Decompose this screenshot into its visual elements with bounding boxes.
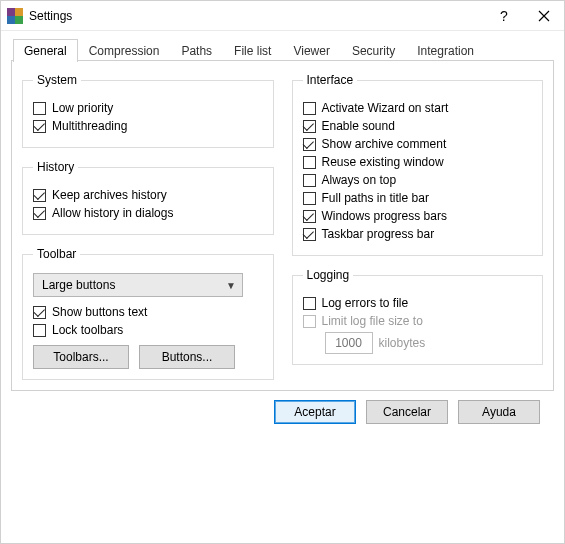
checkbox-low-priority[interactable] <box>33 102 46 115</box>
tabpage-general: System Low priority Multithreading Histo… <box>11 60 554 391</box>
label-reuse-window: Reuse existing window <box>322 155 444 169</box>
group-system-label: System <box>33 73 81 87</box>
tab-viewer[interactable]: Viewer <box>282 39 340 62</box>
checkbox-windows-progress[interactable] <box>303 210 316 223</box>
label-enable-sound: Enable sound <box>322 119 395 133</box>
checkbox-allow-history-dialogs[interactable] <box>33 207 46 220</box>
right-column: Interface Activate Wizard on start Enabl… <box>292 73 544 380</box>
group-interface-label: Interface <box>303 73 358 87</box>
label-show-buttons-text: Show buttons text <box>52 305 147 319</box>
log-size-input: 1000 <box>325 332 373 354</box>
label-windows-progress: Windows progress bars <box>322 209 447 223</box>
checkbox-activate-wizard[interactable] <box>303 102 316 115</box>
help-button[interactable]: ? <box>484 1 524 31</box>
checkbox-always-on-top[interactable] <box>303 174 316 187</box>
titlebar: Settings ? <box>1 1 564 31</box>
label-keep-history: Keep archives history <box>52 188 167 202</box>
left-column: System Low priority Multithreading Histo… <box>22 73 274 380</box>
group-interface: Interface Activate Wizard on start Enabl… <box>292 73 544 256</box>
app-icon <box>7 8 23 24</box>
close-icon <box>538 10 550 22</box>
help-footer-button[interactable]: Ayuda <box>458 400 540 424</box>
dialog-footer: Aceptar Cancelar Ayuda <box>11 391 554 433</box>
checkbox-taskbar-progress[interactable] <box>303 228 316 241</box>
group-system: System Low priority Multithreading <box>22 73 274 148</box>
checkbox-full-paths-titlebar[interactable] <box>303 192 316 205</box>
label-allow-history-dialogs: Allow history in dialogs <box>52 206 173 220</box>
checkbox-enable-sound[interactable] <box>303 120 316 133</box>
tab-general[interactable]: General <box>13 39 78 62</box>
label-taskbar-progress: Taskbar progress bar <box>322 227 435 241</box>
toolbars-button[interactable]: Toolbars... <box>33 345 129 369</box>
label-full-paths-titlebar: Full paths in title bar <box>322 191 429 205</box>
tabstrip: General Compression Paths File list View… <box>13 37 554 61</box>
checkbox-log-errors[interactable] <box>303 297 316 310</box>
cancel-button[interactable]: Cancelar <box>366 400 448 424</box>
close-button[interactable] <box>524 1 564 31</box>
chevron-down-icon: ▼ <box>226 280 236 291</box>
checkbox-show-archive-comment[interactable] <box>303 138 316 151</box>
tab-filelist[interactable]: File list <box>223 39 282 62</box>
tab-integration[interactable]: Integration <box>406 39 485 62</box>
label-low-priority: Low priority <box>52 101 113 115</box>
label-show-archive-comment: Show archive comment <box>322 137 447 151</box>
tab-paths[interactable]: Paths <box>170 39 223 62</box>
label-activate-wizard: Activate Wizard on start <box>322 101 449 115</box>
group-logging-label: Logging <box>303 268 354 282</box>
buttons-button[interactable]: Buttons... <box>139 345 235 369</box>
label-multithreading: Multithreading <box>52 119 127 133</box>
checkbox-show-buttons-text[interactable] <box>33 306 46 319</box>
group-toolbar: Toolbar Large buttons ▼ Show buttons tex… <box>22 247 274 380</box>
label-log-errors: Log errors to file <box>322 296 409 310</box>
toolbar-size-combo[interactable]: Large buttons ▼ <box>33 273 243 297</box>
client-area: General Compression Paths File list View… <box>1 31 564 543</box>
group-toolbar-label: Toolbar <box>33 247 80 261</box>
settings-window: Settings ? General Compression Paths Fil… <box>0 0 565 544</box>
group-history: History Keep archives history Allow hist… <box>22 160 274 235</box>
label-lock-toolbars: Lock toolbars <box>52 323 123 337</box>
tab-security[interactable]: Security <box>341 39 406 62</box>
group-history-label: History <box>33 160 78 174</box>
log-size-unit: kilobytes <box>379 336 426 350</box>
ok-button[interactable]: Aceptar <box>274 400 356 424</box>
label-always-on-top: Always on top <box>322 173 397 187</box>
label-limit-log-size: Limit log file size to <box>322 314 423 328</box>
tab-compression[interactable]: Compression <box>78 39 171 62</box>
group-logging: Logging Log errors to file Limit log fil… <box>292 268 544 365</box>
checkbox-limit-log-size <box>303 315 316 328</box>
checkbox-multithreading[interactable] <box>33 120 46 133</box>
toolbar-size-value: Large buttons <box>42 278 115 292</box>
checkbox-lock-toolbars[interactable] <box>33 324 46 337</box>
checkbox-keep-history[interactable] <box>33 189 46 202</box>
window-title: Settings <box>29 9 72 23</box>
checkbox-reuse-window[interactable] <box>303 156 316 169</box>
